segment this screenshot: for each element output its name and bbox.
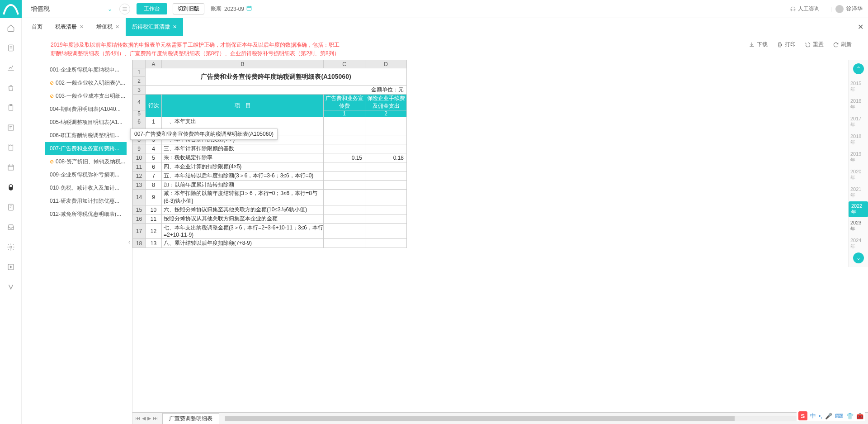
- cell[interactable]: 加：以前年度累计结转扣除额: [162, 181, 324, 190]
- year-item[interactable]: 2019年: [849, 148, 868, 166]
- sidebar-item[interactable]: 011-研发费用加计扣除优惠...: [45, 195, 127, 208]
- cell[interactable]: [365, 117, 407, 126]
- form-icon[interactable]: [0, 118, 22, 138]
- spreadsheet-grid[interactable]: A B C D 1广告费和业务宣传费跨年度纳税调整明细表(A105060) 2 …: [132, 60, 407, 248]
- year-item[interactable]: 2015年: [849, 78, 868, 95]
- sidebar-item[interactable]: ⊘002-一般企业收入明细表(A...: [45, 76, 127, 90]
- year-item[interactable]: 2022年: [849, 201, 868, 217]
- sidebar-item[interactable]: 007-广告费和业务宣传费跨...: [45, 142, 127, 155]
- workbench-button[interactable]: 工作台: [137, 3, 167, 14]
- module-dropdown-icon[interactable]: ⌄: [108, 6, 112, 12]
- receipt-icon[interactable]: [0, 197, 22, 217]
- ime-mic-icon[interactable]: 🎤: [825, 413, 832, 419]
- sidebar-collapse-handle[interactable]: ‹: [127, 60, 132, 424]
- ime-punct-icon[interactable]: •,: [819, 413, 822, 419]
- refresh-button[interactable]: 刷新: [833, 41, 852, 48]
- sidebar-item[interactable]: 012-减免所得税优惠明细表(...: [45, 208, 127, 221]
- cell[interactable]: [324, 181, 365, 190]
- inbox-icon[interactable]: [0, 217, 22, 237]
- reset-button[interactable]: 重置: [805, 41, 824, 48]
- cell[interactable]: [324, 172, 365, 181]
- cell[interactable]: [365, 205, 407, 214]
- cell[interactable]: 6: [146, 162, 162, 172]
- cell[interactable]: 减：本年扣除的以前年度结转额[3＞6，本行=0；3≤6，本行=8与(6-3)孰小…: [162, 190, 324, 205]
- cell[interactable]: 12: [146, 224, 162, 239]
- cell[interactable]: 乘：税收规定扣除率: [162, 153, 324, 162]
- year-item[interactable]: 2024年: [849, 235, 868, 252]
- tab-close-icon[interactable]: ✕: [173, 24, 177, 30]
- cell[interactable]: 7: [146, 172, 162, 181]
- cell[interactable]: [324, 162, 365, 172]
- gear-icon[interactable]: [0, 237, 22, 257]
- cell[interactable]: [365, 214, 407, 224]
- sidebar-item[interactable]: 005-纳税调整项目明细表(A1...: [45, 116, 127, 129]
- cell[interactable]: 13: [146, 239, 162, 248]
- v-icon[interactable]: [0, 277, 22, 297]
- cell[interactable]: [324, 144, 365, 153]
- cell[interactable]: [365, 135, 407, 144]
- sheet-tab[interactable]: 广宣费调整明细表: [162, 413, 219, 424]
- cell[interactable]: 1: [146, 117, 162, 126]
- ime-skin-icon[interactable]: 👕: [846, 413, 854, 419]
- col-header-c[interactable]: C: [324, 60, 365, 68]
- cell[interactable]: 四、本企业计算的扣除限额(4×5): [162, 162, 324, 172]
- support-link[interactable]: 人工咨询: [790, 5, 820, 13]
- select-all-cell[interactable]: [133, 60, 146, 68]
- year-item[interactable]: 2018年: [849, 131, 868, 148]
- sheet-nav-next[interactable]: ▶: [147, 415, 151, 421]
- cell[interactable]: 11: [146, 214, 162, 224]
- year-item[interactable]: 2020年: [849, 166, 868, 184]
- tab-增值税[interactable]: 增值税✕: [90, 18, 126, 36]
- cell[interactable]: [365, 224, 407, 239]
- calendar-icon[interactable]: [0, 157, 22, 177]
- cell[interactable]: [365, 144, 407, 153]
- year-item[interactable]: 2023年: [849, 217, 868, 235]
- chart-icon[interactable]: [0, 58, 22, 78]
- year-scroll-up[interactable]: ⌃: [853, 63, 864, 74]
- year-item[interactable]: 2017年: [849, 113, 868, 131]
- cell[interactable]: 8: [146, 181, 162, 190]
- tab-close-icon[interactable]: ✕: [115, 24, 119, 30]
- ime-toolbox-icon[interactable]: 🧰: [856, 413, 863, 419]
- tax-icon[interactable]: [0, 177, 22, 197]
- sidebar-item[interactable]: ⊘003-一般企业成本支出明细...: [45, 90, 127, 103]
- sidebar-item[interactable]: 001-企业所得税年度纳税申...: [45, 63, 127, 76]
- print-button[interactable]: 打印: [777, 41, 796, 48]
- sheet-nav-last[interactable]: ⏭: [153, 415, 158, 421]
- ime-logo-icon[interactable]: S: [798, 411, 807, 420]
- clipboard-icon[interactable]: [0, 98, 22, 118]
- sheet-nav-prev[interactable]: ◀: [142, 415, 146, 421]
- cell[interactable]: [324, 126, 365, 135]
- cell[interactable]: 5: [146, 153, 162, 162]
- cell[interactable]: [365, 162, 407, 172]
- year-item[interactable]: 2016年: [849, 95, 868, 113]
- tabs-close-all-icon[interactable]: ✕: [858, 23, 863, 31]
- list-icon[interactable]: [119, 4, 130, 14]
- cell[interactable]: 9: [146, 190, 162, 205]
- cell[interactable]: 三、本年计算扣除限额的基数: [162, 144, 324, 153]
- tab-close-icon[interactable]: ✕: [80, 24, 84, 30]
- cell[interactable]: [324, 205, 365, 214]
- col-header-d[interactable]: D: [365, 60, 407, 68]
- cell[interactable]: [324, 190, 365, 205]
- col-header-b[interactable]: B: [162, 60, 324, 68]
- calendar-picker-icon[interactable]: [246, 5, 252, 13]
- cell[interactable]: [365, 181, 407, 190]
- cell[interactable]: 0.18: [365, 153, 407, 162]
- year-scroll-down[interactable]: ⌄: [853, 252, 864, 263]
- ime-keyboard-icon[interactable]: ⌨: [835, 413, 844, 419]
- play-icon[interactable]: [0, 257, 22, 277]
- cell[interactable]: 五、本年结转以后年度扣除额(3＞6，本行=3-6；3≤6，本行=0): [162, 172, 324, 181]
- switch-old-button[interactable]: 切到旧版: [173, 3, 204, 14]
- tab-税表清册[interactable]: 税表清册✕: [49, 18, 90, 36]
- year-item[interactable]: 2021年: [849, 184, 868, 201]
- cell[interactable]: [365, 172, 407, 181]
- cell[interactable]: [365, 190, 407, 205]
- cell[interactable]: 六、按照分摊协议归集至其他关联方的金额(10≤3与6孰小值): [162, 205, 324, 214]
- cell[interactable]: 八、累计结转以后年度扣除额(7+8-9): [162, 239, 324, 248]
- cell[interactable]: [324, 214, 365, 224]
- cell[interactable]: 4: [146, 144, 162, 153]
- cell[interactable]: [324, 135, 365, 144]
- col-header-a[interactable]: A: [146, 60, 162, 68]
- sidebar-item[interactable]: 006-职工薪酬纳税调整明细...: [45, 129, 127, 142]
